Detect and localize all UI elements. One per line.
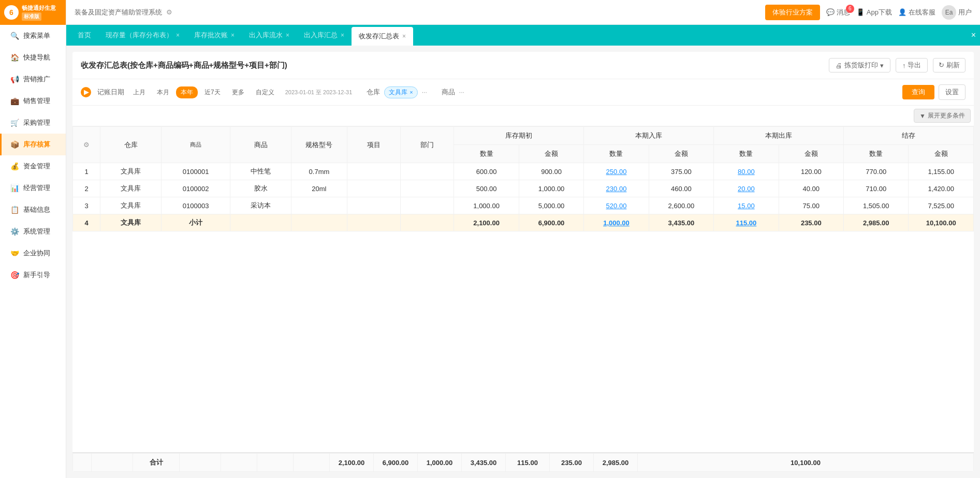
warehouse-filter-section: 仓库 文具库 × ··· xyxy=(367,86,427,98)
print-btn[interactable]: 🖨 拣货版打印 ▾ xyxy=(829,58,890,73)
filter-toggle-btn[interactable]: ▶ xyxy=(81,87,91,97)
row2-out-qty[interactable]: 20.00 xyxy=(714,180,779,197)
page-header-actions: 🖨 拣货版打印 ▾ ↑ 导出 ↻ 刷新 xyxy=(829,58,966,73)
th-out-amt: 金额 xyxy=(779,145,843,163)
page-title: 收发存汇总表(按仓库+商品编码+商品+规格型号+项目+部门) xyxy=(81,61,287,70)
th-project: 项目 xyxy=(347,127,400,163)
tab-batch[interactable]: 库存批次账 × xyxy=(187,25,242,46)
goods-more[interactable]: ··· xyxy=(459,89,464,96)
date-btn-more[interactable]: 更多 xyxy=(227,86,249,98)
row2-in-qty[interactable]: 230.00 xyxy=(584,180,649,197)
th-bal-qty: 数量 xyxy=(844,145,909,163)
row3-bal-qty: 1,505.00 xyxy=(844,197,909,214)
th-open-amt: 金额 xyxy=(519,145,583,163)
row3-in-amt: 2,600.00 xyxy=(649,197,713,214)
tab-close-icon[interactable]: × xyxy=(341,32,344,39)
sidebar-item-marketing[interactable]: 📢 营销推广 xyxy=(0,68,66,90)
sidebar-item-label: 系统管理 xyxy=(23,227,50,236)
row2-num: 2 xyxy=(73,180,100,197)
finance-icon: 💰 xyxy=(10,162,19,171)
tab-close-icon[interactable]: × xyxy=(231,32,235,39)
date-label: 记账日期 xyxy=(97,88,124,97)
row1-bal-amt: 1,155.00 xyxy=(909,163,974,180)
warehouse-tag-close-icon[interactable]: × xyxy=(409,89,413,95)
row2-project xyxy=(347,180,400,197)
expand-more-btn[interactable]: ▼ 展开更多条件 xyxy=(914,109,971,123)
refresh-btn[interactable]: ↻ 刷新 xyxy=(933,58,966,73)
date-btn-custom[interactable]: 自定义 xyxy=(251,86,279,98)
sidebar-item-label: 企业协同 xyxy=(23,249,50,258)
sidebar-item-search[interactable]: 🔍 搜索菜单 xyxy=(0,25,66,47)
tab-inventory-dist[interactable]: 现存量（库存分布表） × xyxy=(98,25,187,46)
row3-out-qty[interactable]: 15.00 xyxy=(714,197,779,214)
sidebar-item-sales[interactable]: 💼 销售管理 xyxy=(0,90,66,112)
sidebar-item-finance[interactable]: 💰 资金管理 xyxy=(0,155,66,177)
close-all-tabs-btn[interactable]: × xyxy=(971,31,976,40)
table-row: 2 文具库 0100002 胶水 20ml 500.00 1,000.00 23… xyxy=(73,180,974,197)
th-bal-amt: 金额 xyxy=(909,145,974,163)
app-download-btn[interactable]: 📱 App下载 xyxy=(856,8,892,17)
date-btn-this-year[interactable]: 本年 xyxy=(176,86,198,98)
row1-in-qty[interactable]: 250.00 xyxy=(584,163,649,180)
sidebar-item-guide[interactable]: 🎯 新手引导 xyxy=(0,264,66,286)
tab-flow[interactable]: 出入库流水 × xyxy=(242,25,297,46)
system-name: 装备及固定资产辅助管理系统 xyxy=(75,8,162,17)
row2-dept xyxy=(401,180,454,197)
sidebar-item-purchase[interactable]: 🛒 采购管理 xyxy=(0,112,66,134)
tab-receive-summary[interactable]: 收发存汇总表 × xyxy=(352,27,413,46)
date-btn-7days[interactable]: 近7天 xyxy=(200,86,225,98)
sidebar-item-label: 资金管理 xyxy=(23,162,50,171)
row3-in-qty[interactable]: 520.00 xyxy=(584,197,649,214)
tab-close-icon[interactable]: × xyxy=(402,33,406,40)
sidebar-item-operations[interactable]: 📊 经营管理 xyxy=(0,177,66,199)
app-tag: 标准版 xyxy=(22,12,41,21)
th-dept: 部门 xyxy=(401,127,454,163)
tab-home[interactable]: 首页 xyxy=(70,25,98,46)
date-buttons: 上月 本月 本年 近7天 更多 自定义 xyxy=(128,86,279,98)
service-icon: 👤 xyxy=(898,8,906,16)
settings-gear-icon[interactable]: ⚙ xyxy=(166,8,172,16)
column-settings-icon[interactable]: ⚙ xyxy=(83,141,90,149)
sidebar-item-system[interactable]: ⚙️ 系统管理 xyxy=(0,221,66,242)
message-btn[interactable]: 💬 消息 6 xyxy=(826,8,850,17)
date-btn-last-month[interactable]: 上月 xyxy=(128,86,150,98)
sidebar-item-quicknav[interactable]: 🏠 快捷导航 xyxy=(0,47,66,68)
query-btn[interactable]: 查询 xyxy=(902,85,934,99)
purchase-icon: 🛒 xyxy=(10,118,19,127)
export-btn[interactable]: ↑ 导出 xyxy=(896,58,928,73)
tab-inout-summary[interactable]: 出入库汇总 × xyxy=(297,25,352,46)
collab-icon: 🤝 xyxy=(10,249,19,258)
warehouse-more[interactable]: ··· xyxy=(422,89,427,96)
th-out-qty: 数量 xyxy=(714,145,779,163)
tab-close-icon[interactable]: × xyxy=(286,32,289,39)
sidebar-item-collab[interactable]: 🤝 企业协同 xyxy=(0,242,66,264)
user-btn[interactable]: Ea 用户 xyxy=(942,5,972,20)
online-service-btn[interactable]: 👤 在线客服 xyxy=(898,8,935,17)
data-table: ⚙ 仓库 商品 商品 规格型号 项目 部门 库存期初 本期入库 本期出库 结存 xyxy=(72,126,974,231)
tab-close-icon[interactable]: × xyxy=(176,32,180,39)
sidebar-item-inventory[interactable]: 📦 库存核算 xyxy=(0,134,66,155)
row3-num: 3 xyxy=(73,197,100,214)
subtotal-out-qty[interactable]: 115.00 xyxy=(714,214,779,231)
row2-spec: 20ml xyxy=(291,180,347,197)
row2-goods: 胶水 xyxy=(230,180,291,197)
table-footer: 合计 2,100.00 6,900.00 1,000.00 3,435.00 1… xyxy=(72,452,974,472)
sidebar-item-basics[interactable]: 📋 基础信息 xyxy=(0,199,66,221)
subtotal-in-qty[interactable]: 1,000.00 xyxy=(584,214,649,231)
chevron-down-icon: ▾ xyxy=(880,62,884,69)
row3-open-qty: 1,000.00 xyxy=(454,197,519,214)
try-btn[interactable]: 体验行业方案 xyxy=(765,5,820,20)
setting-btn[interactable]: 设置 xyxy=(939,84,966,100)
sidebar-item-label: 快捷导航 xyxy=(23,53,50,62)
subtotal-bal-qty: 2,985.00 xyxy=(844,214,909,231)
avatar: Ea xyxy=(942,5,956,20)
row3-bal-amt: 7,525.00 xyxy=(909,197,974,214)
total-bal-qty: 2,985.00 xyxy=(594,454,638,472)
date-btn-this-month[interactable]: 本月 xyxy=(152,86,174,98)
warehouse-tag[interactable]: 文具库 × xyxy=(384,86,417,98)
home-icon: 🏠 xyxy=(10,53,19,62)
row1-bal-qty: 770.00 xyxy=(844,163,909,180)
row1-out-qty[interactable]: 80.00 xyxy=(714,163,779,180)
th-in-amt: 金额 xyxy=(649,145,713,163)
row3-warehouse: 文具库 xyxy=(100,197,162,214)
